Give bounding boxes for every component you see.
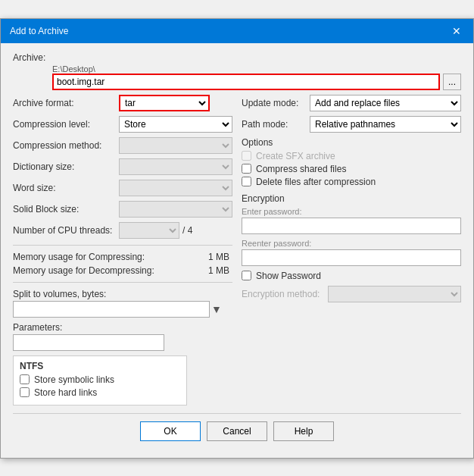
- path-mode-label: Path mode:: [242, 119, 310, 130]
- store-symbolic-checkbox[interactable]: [20, 374, 30, 384]
- format-label: Archive format:: [13, 98, 119, 108]
- mem-compress-value: 1 MB: [208, 252, 229, 262]
- params-input[interactable]: [13, 334, 164, 351]
- update-mode-select[interactable]: Add and replace files Update and add fil…: [310, 95, 461, 111]
- create-sfx-row: Create SFX archive: [242, 151, 461, 161]
- title-bar: Add to Archive ✕: [1, 19, 473, 43]
- mem-decompress-value: 1 MB: [208, 265, 229, 276]
- archive-input[interactable]: [52, 74, 440, 90]
- store-hard-label: Store hard links: [34, 387, 97, 398]
- mem-compress-row: Memory usage for Compressing: 1 MB: [13, 252, 232, 262]
- compression-level-label: Compression level:: [13, 119, 119, 130]
- close-button[interactable]: ✕: [449, 25, 464, 37]
- ntfs-box: NTFS Store symbolic links Store hard lin…: [13, 355, 187, 406]
- show-password-label: Show Password: [256, 271, 321, 281]
- cancel-button[interactable]: Cancel: [207, 421, 267, 441]
- word-size-row: Word size:: [13, 180, 232, 196]
- dictionary-size-label: Dictionary size:: [13, 161, 119, 172]
- left-column: Archive format: tar zip 7z gz bz2 xz Com…: [13, 95, 232, 406]
- store-symbolic-label: Store symbolic links: [34, 374, 114, 385]
- cpu-threads-row: Number of CPU threads: / 4: [13, 222, 232, 239]
- dialog-title: Add to Archive: [10, 26, 68, 36]
- solid-block-label: Solid Block size:: [13, 204, 119, 215]
- encryption-title: Encryption: [242, 193, 461, 204]
- split-row: Split to volumes, bytes: ▼: [13, 289, 232, 318]
- delete-files-checkbox[interactable]: [242, 177, 251, 186]
- cpu-threads-select[interactable]: [119, 222, 179, 239]
- cpu-threads-label: Number of CPU threads:: [13, 225, 119, 236]
- dialog-body: Archive: E:\Desktop\ ... Archive format:…: [1, 43, 473, 458]
- create-sfx-checkbox[interactable]: [242, 151, 251, 161]
- cpu-suffix: / 4: [182, 225, 192, 236]
- ok-button[interactable]: OK: [140, 421, 201, 441]
- archive-section: Archive: E:\Desktop\ ...: [13, 52, 461, 90]
- mem-decompress-label: Memory usage for Decompressing:: [13, 265, 154, 276]
- compress-shared-checkbox[interactable]: [242, 164, 251, 174]
- enter-password-input[interactable]: [242, 218, 461, 234]
- solid-block-select[interactable]: [119, 201, 232, 218]
- show-password-checkbox[interactable]: [242, 271, 251, 280]
- path-mode-row: Path mode: Relative pathnames Absolute p…: [242, 116, 461, 133]
- compression-method-select[interactable]: [119, 137, 232, 154]
- compress-shared-row: Compress shared files: [242, 164, 461, 174]
- archive-path-hint: E:\Desktop\: [52, 64, 461, 74]
- encryption-method-select[interactable]: [328, 286, 461, 302]
- compression-level-select[interactable]: Store Fastest Fast Normal Maximum Ultra: [119, 116, 232, 133]
- main-content: Archive format: tar zip 7z gz bz2 xz Com…: [13, 95, 461, 406]
- add-to-archive-dialog: Add to Archive ✕ Archive: E:\Desktop\ ..…: [0, 18, 474, 459]
- split-label: Split to volumes, bytes:: [13, 289, 232, 299]
- archive-browse-row: ...: [52, 74, 461, 90]
- update-mode-label: Update mode:: [242, 98, 310, 108]
- store-symbolic-row: Store symbolic links: [20, 374, 180, 385]
- compression-method-row: Compression method:: [13, 137, 232, 154]
- encryption-method-label: Encryption method:: [242, 289, 325, 299]
- enter-password-label: Enter password:: [242, 207, 461, 216]
- compression-level-row: Compression level: Store Fastest Fast No…: [13, 116, 232, 133]
- mem-decompress-row: Memory usage for Decompressing: 1 MB: [13, 265, 232, 276]
- store-hard-row: Store hard links: [20, 387, 180, 398]
- format-row: Archive format: tar zip 7z gz bz2 xz: [13, 95, 232, 111]
- format-select[interactable]: tar zip 7z gz bz2 xz: [119, 95, 210, 111]
- ntfs-title: NTFS: [20, 361, 180, 371]
- word-size-label: Word size:: [13, 183, 119, 193]
- mem-compress-label: Memory usage for Compressing:: [13, 252, 145, 262]
- reenter-password-input[interactable]: [242, 249, 461, 266]
- footer: OK Cancel Help: [13, 413, 461, 450]
- delete-files-row: Delete files after compression: [242, 177, 461, 187]
- compress-shared-label: Compress shared files: [256, 164, 346, 174]
- params-row: Parameters:: [13, 322, 232, 351]
- params-label: Parameters:: [13, 322, 232, 333]
- dictionary-size-row: Dictionary size:: [13, 158, 232, 175]
- right-column: Update mode: Add and replace files Updat…: [242, 95, 461, 406]
- options-title: Options: [242, 137, 461, 148]
- help-button[interactable]: Help: [273, 421, 334, 441]
- path-mode-select[interactable]: Relative pathnames Absolute pathnames No…: [310, 116, 461, 133]
- store-hard-checkbox[interactable]: [20, 387, 30, 397]
- delete-files-label: Delete files after compression: [256, 177, 376, 187]
- solid-block-row: Solid Block size:: [13, 201, 232, 218]
- options-group: Options Create SFX archive Compress shar…: [242, 137, 461, 187]
- word-size-select[interactable]: [119, 180, 232, 196]
- split-input[interactable]: [13, 301, 210, 318]
- encryption-group: Encryption Enter password: Reenter passw…: [242, 193, 461, 302]
- show-password-row: Show Password: [242, 271, 461, 281]
- dictionary-size-select[interactable]: [119, 158, 232, 175]
- reenter-password-label: Reenter password:: [242, 239, 461, 248]
- encryption-method-row: Encryption method:: [242, 286, 461, 302]
- compression-method-label: Compression method:: [13, 140, 119, 151]
- archive-label: Archive:: [13, 52, 45, 63]
- update-mode-row: Update mode: Add and replace files Updat…: [242, 95, 461, 111]
- create-sfx-label: Create SFX archive: [256, 151, 335, 161]
- browse-button[interactable]: ...: [443, 74, 461, 90]
